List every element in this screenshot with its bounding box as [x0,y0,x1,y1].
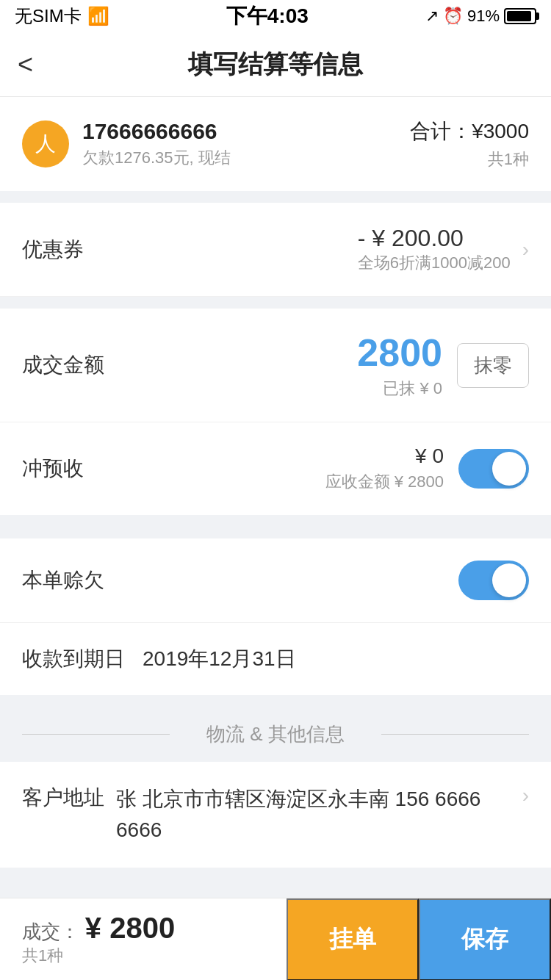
header: < 填写结算等信息 [0,32,551,97]
coupon-desc: 全场6折满1000减200 [358,252,511,274]
status-left: 无SIM卡 📶 [15,4,109,28]
prepay-amount: ¥ 0 [325,444,444,468]
bottom-deal-label: 成交： [22,920,79,943]
prepay-toggle[interactable] [458,449,529,489]
toggle-knob [492,452,526,486]
logistics-line-right [381,734,529,735]
address-content: 张 北京市市辖区海淀区永丰南 156 6666 6666 [116,784,511,846]
duedate-value: 2019年12月31日 [143,645,296,673]
overdue-toggle-knob [492,563,526,597]
bottom-deal-count: 共1种 [22,945,264,967]
total-count: 共1种 [410,148,529,170]
coupon-amount: - ¥ 200.00 [358,225,511,252]
prepay-label: 冲预收 [22,455,84,483]
avatar: 人 [22,120,69,167]
address-row[interactable]: 客户地址 张 北京市市辖区海淀区永丰南 156 6666 6666 › [0,762,551,868]
status-right: ↗ ⏰ 91% [425,7,536,26]
overdue-row: 本单赊欠 [0,538,551,622]
overdue-toggle[interactable] [458,561,529,600]
carrier-label: 无SIM卡 [15,4,82,28]
overdue-label: 本单赊欠 [22,566,104,594]
deal-amount-row: 成交金额 2800 已抹 ¥ 0 抹零 [0,309,551,422]
location-icon: ↗ [425,7,439,26]
coupon-chevron-icon: › [522,238,529,262]
duedate-label: 收款到期日 [22,645,125,673]
battery-percent: 91% [467,7,500,26]
address-label: 客户地址 [22,784,104,812]
back-button[interactable]: < [18,49,33,80]
bottom-bar: 成交： ¥ 2800 共1种 挂单 保存 [0,898,551,980]
coupon-row[interactable]: 优惠券 - ¥ 200.00 全场6折满1000减200 › [0,203,551,297]
content: 人 17666666666 欠款1276.35元, 现结 合计：¥3000 共1… [0,97,551,956]
wifi-icon: 📶 [87,6,109,26]
deal-amount-sub: 已抹 ¥ 0 [357,378,442,400]
alarm-icon: ⏰ [443,7,463,26]
section-divider-2 [0,515,551,527]
battery-icon [504,8,536,24]
duedate-row: 收款到期日 2019年12月31日 [0,622,551,695]
avatar-text: 人 [35,130,56,158]
prepay-amount-block: ¥ 0 应收金额 ¥ 2800 [325,444,444,493]
total-amount: 合计：¥3000 [410,118,529,145]
status-time: 下午4:03 [226,2,309,30]
prepay-row: 冲预收 ¥ 0 应收金额 ¥ 2800 [0,422,551,515]
coupon-label: 优惠券 [22,236,84,264]
bottom-left: 成交： ¥ 2800 共1种 [0,912,287,967]
page-title: 填写结算等信息 [188,48,363,82]
status-bar: 无SIM卡 📶 下午4:03 ↗ ⏰ 91% [0,0,551,32]
deal-amount-label: 成交金额 [22,351,104,379]
customer-left: 人 17666666666 欠款1276.35元, 现结 [22,119,231,169]
section-divider-1 [0,297,551,309]
round-zero-button[interactable]: 抹零 [457,343,529,388]
deal-amount-right: 2800 已抹 ¥ 0 抹零 [357,331,529,400]
pending-button[interactable]: 挂单 [287,898,419,981]
deal-amount-value: 2800 [357,331,442,375]
customer-note: 欠款1276.35元, 现结 [82,147,231,169]
coupon-right: - ¥ 200.00 全场6折满1000减200 › [358,225,529,274]
save-button[interactable]: 保存 [419,898,551,981]
bottom-deal-amount: ¥ 2800 [85,912,175,944]
customer-card: 人 17666666666 欠款1276.35元, 现结 合计：¥3000 共1… [0,97,551,191]
logistics-label: 物流 & 其他信息 [206,721,345,747]
customer-phone: 17666666666 [82,119,231,144]
address-chevron-icon: › [522,784,529,807]
prepay-right: ¥ 0 应收金额 ¥ 2800 [325,444,529,493]
prepay-sub: 应收金额 ¥ 2800 [325,471,444,493]
customer-right: 合计：¥3000 共1种 [410,118,529,170]
logistics-divider: 物流 & 其他信息 [0,707,551,762]
logistics-line-left [22,734,170,735]
customer-info: 17666666666 欠款1276.35元, 现结 [82,119,231,169]
